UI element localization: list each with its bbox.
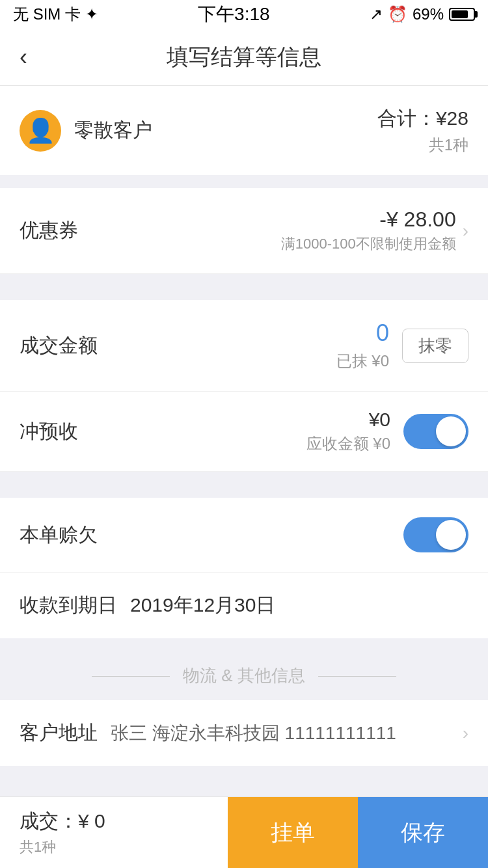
deal-amount-value[interactable]: 0 — [350, 319, 389, 347]
back-button[interactable]: ‹ — [20, 44, 27, 71]
status-right: ↗ ⏰ 69% — [370, 5, 475, 23]
status-bar: 无 SIM 卡 ✦ 下午3:18 ↗ ⏰ 69% — [0, 0, 488, 29]
chevron-right-icon: › — [463, 221, 468, 241]
sim-status: 无 SIM 卡 ✦ — [13, 4, 98, 25]
section-divider-2 — [0, 485, 488, 498]
user-icon: 👤 — [26, 117, 55, 144]
battery-icon — [449, 8, 475, 21]
customer-info: 👤 零散客户 — [20, 110, 152, 152]
status-time: 下午3:18 — [198, 2, 270, 27]
deal-amount-row: 成交金额 0 已抹 ¥0 抹零 — [0, 300, 488, 392]
credit-label: 本单赊欠 — [20, 522, 98, 549]
address-row[interactable]: 客户地址 张三 海淀永丰科技园 11111111111 › — [0, 700, 488, 766]
bottom-deal-amount: 成交：¥ 0 — [20, 808, 208, 835]
preadvance-amounts: ¥0 应收金额 ¥0 — [306, 409, 390, 454]
due-date-label: 收款到期日 — [20, 592, 117, 619]
total-count: 共1种 — [377, 135, 468, 156]
bottom-bar: 成交：¥ 0 共1种 挂单 保存 — [0, 796, 488, 868]
due-date-value[interactable]: 2019年12月30日 — [130, 592, 275, 619]
customer-row: 👤 零散客户 合计：¥28 共1种 — [0, 86, 488, 175]
hold-button[interactable]: 挂单 — [228, 797, 358, 869]
coupon-row[interactable]: 优惠券 -¥ 28.00 满1000-100不限制使用金额 › — [0, 188, 488, 274]
preadvance-main-amount: ¥0 — [306, 409, 390, 431]
deal-amount-section: 成交金额 0 已抹 ¥0 抹零 冲预收 ¥0 应收金额 ¥0 — [0, 300, 488, 472]
section-divider-1 — [0, 287, 488, 300]
coupon-discount: -¥ 28.00 — [281, 208, 456, 232]
credit-row: 本单赊欠 — [0, 498, 488, 572]
preadvance-label: 冲预收 — [20, 418, 78, 445]
address-value: 张三 海淀永丰科技园 11111111111 — [111, 721, 463, 746]
address-chevron-icon: › — [463, 723, 468, 744]
location-icon: ↗ — [370, 5, 383, 23]
preadvance-row: 冲预收 ¥0 应收金额 ¥0 — [0, 392, 488, 472]
credit-section: 本单赊欠 收款到期日 2019年12月30日 — [0, 498, 488, 638]
address-label: 客户地址 — [20, 720, 98, 746]
preadvance-toggle[interactable] — [403, 414, 468, 449]
bottom-summary: 成交：¥ 0 共1种 — [0, 808, 228, 857]
coupon-info: -¥ 28.00 满1000-100不限制使用金额 — [281, 208, 456, 254]
logistics-label: 物流 & 其他信息 — [183, 664, 305, 687]
customer-total: 合计：¥28 共1种 — [377, 105, 468, 156]
logistics-divider: 物流 & 其他信息 — [0, 651, 488, 700]
coupon-section: 优惠券 -¥ 28.00 满1000-100不限制使用金额 › — [0, 188, 488, 274]
customer-name: 零散客户 — [74, 117, 152, 144]
due-date-row: 收款到期日 2019年12月30日 — [0, 572, 488, 638]
preadvance-right: ¥0 应收金额 ¥0 — [306, 409, 468, 454]
page-title: 填写结算等信息 — [167, 42, 321, 72]
battery-percent: 69% — [413, 5, 444, 23]
bottom-deal-value: ¥ 0 — [78, 810, 105, 832]
deal-amount-col: 0 已抹 ¥0 — [336, 319, 389, 372]
round-button[interactable]: 抹零 — [402, 329, 468, 363]
deal-amount-right: 0 已抹 ¥0 抹零 — [336, 319, 468, 372]
deal-amount-label: 成交金额 — [20, 332, 98, 359]
content-area: 👤 零散客户 合计：¥28 共1种 优惠券 -¥ 28.00 满1000-100… — [0, 86, 488, 868]
credit-toggle[interactable] — [403, 517, 468, 552]
coupon-label: 优惠券 — [20, 217, 78, 244]
total-amount: 合计：¥28 — [377, 105, 468, 132]
alarm-icon: ⏰ — [388, 5, 407, 23]
address-section: 客户地址 张三 海淀永丰科技园 11111111111 › — [0, 700, 488, 766]
nav-bar: ‹ 填写结算等信息 — [0, 29, 488, 86]
save-button[interactable]: 保存 — [358, 797, 488, 869]
deal-amount-sub: 已抹 ¥0 — [336, 351, 389, 372]
preadvance-sub-text: 应收金额 ¥0 — [306, 433, 390, 454]
credit-toggle-knob — [436, 520, 466, 550]
coupon-desc: 满1000-100不限制使用金额 — [281, 234, 456, 254]
toggle-knob — [436, 416, 466, 446]
coupon-right: -¥ 28.00 满1000-100不限制使用金额 › — [281, 208, 468, 254]
status-left: 无 SIM 卡 ✦ — [13, 4, 98, 25]
bottom-deal-label: 成交： — [20, 810, 78, 832]
avatar: 👤 — [20, 110, 61, 152]
bottom-count: 共1种 — [20, 837, 208, 857]
